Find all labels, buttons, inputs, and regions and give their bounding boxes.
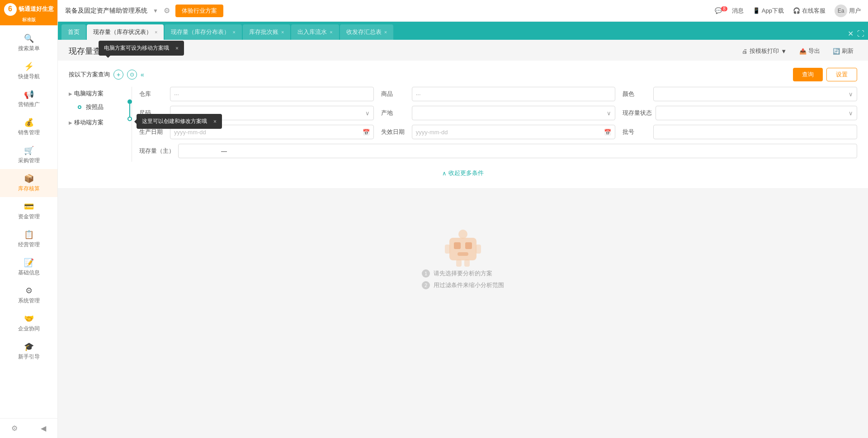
sidebar-item-system[interactable]: ⚙ 系统管理 [0,281,57,309]
warehouse-dots: ··· [174,91,179,98]
app-download-btn[interactable]: 📱 App下载 [753,7,784,15]
app-icon: 📱 [753,7,760,14]
dot-line [129,104,130,117]
messages-btn[interactable]: 💬 8 消息 [715,7,744,15]
plan-mobile-item[interactable]: ▶ 移动端方案 [69,116,128,129]
tab-inventory-batch-label: 库存批次账 [249,28,278,36]
sidebar-item-purchase[interactable]: 🛒 采购管理 [0,141,57,169]
tab-close-3[interactable]: × [281,29,284,35]
nav-label-nav: 快捷导航 [18,73,40,80]
support-btn[interactable]: 🎧 在线客服 [793,7,826,15]
sidebar-item-operations[interactable]: 📋 经营管理 [0,225,57,253]
tab-collect-summary-label: 收发存汇总表 [346,28,382,36]
filter-add-btn[interactable]: + [113,70,123,80]
nav-icon-guide: 🎓 [24,342,34,352]
tooltip1-close[interactable]: × [175,45,179,52]
tab-inventory-batch[interactable]: 库存批次账 × [243,24,290,40]
template-print-btn[interactable]: 🖨 按模板打印 ▼ [738,45,790,57]
set-btn[interactable]: 设置 [826,68,857,81]
goods-select[interactable]: ··· [412,87,616,101]
step1-num: 1 [422,269,430,278]
collapse-btn[interactable]: ∧ 收起更多条件 [69,165,857,181]
sidebar-item-sales[interactable]: 💰 销售管理 [0,113,57,141]
stock-qty-max[interactable] [230,148,266,155]
origin-arrow: ∨ [607,110,611,117]
nav-icon-system: ⚙ [25,286,33,296]
print-icon: 🖨 [742,48,748,55]
system-name: 装备及固定资产辅助管理系统 [65,7,147,15]
logo-area: 6 畅通道好生意 标准版 [0,0,57,25]
filter-row-3: 生产日期 yyyy-mm-dd 📅 失效日期 yyyy-mm-dd 📅 [139,125,857,139]
nav-icon-search: 🔍 [24,33,34,43]
tab-inventory-dist[interactable]: 现存量（库存分布表） × [165,24,241,40]
tab-home[interactable]: 首页 [61,24,86,40]
sidebar-item-enterprise[interactable]: 🤝 企业协同 [0,309,57,337]
main-area: 装备及固定资产辅助管理系统 ▼ ⚙ 体验行业方案 💬 8 消息 📱 App下载 … [58,0,868,438]
topbar-gear-icon[interactable]: ⚙ [164,6,170,15]
empty-step-1: 1 请先选择要分析的方案 [422,269,504,278]
sidebar-item-finance[interactable]: 💳 资金管理 [0,197,57,225]
step2-num: 2 [422,281,430,289]
filter-back-btn[interactable]: « [141,71,144,78]
topbar: 装备及固定资产辅助管理系统 ▼ ⚙ 体验行业方案 💬 8 消息 📱 App下载 … [58,0,868,22]
plan-expand-icon: ▶ [69,91,72,96]
tab-collect-summary[interactable]: 收发存汇总表 × [340,24,393,40]
stock-status-select[interactable]: ∨ [656,106,857,120]
collapse-icon[interactable]: ◀ [41,424,46,433]
tab-close-4[interactable]: × [330,29,332,35]
produce-date-label: 生产日期 [139,128,166,136]
sidebar-item-guide[interactable]: 🎓 新手引导 [0,337,57,365]
filter-copy-btn[interactable]: ⊙ [127,70,137,80]
collapse-arrow-icon: ∧ [442,170,447,177]
plan-sub-label: 按照品 [86,103,104,111]
origin-select[interactable]: ∨ [412,106,616,120]
tabs-expand-icon[interactable]: ⛶ [857,30,864,38]
nav-icon-operations: 📋 [24,230,34,240]
support-label: 在线客服 [802,7,826,15]
nav-label-marketing: 营销推广 [18,101,40,108]
tab-inventory-status[interactable]: 现存量（库存状况表） × [87,24,164,40]
filter-header-text: 按以下方案查询 [69,71,110,79]
svg-rect-7 [464,259,470,267]
step1-text: 请先选择要分析的方案 [434,269,492,278]
query-btn[interactable]: 查询 [793,68,823,81]
settings-icon[interactable]: ⚙ [11,424,18,433]
tab-close-5[interactable]: × [384,29,387,35]
color-label: 颜色 [623,90,650,98]
user-label: 用户 [849,7,861,15]
color-select[interactable]: ∨ [653,87,857,101]
svg-rect-6 [456,259,462,267]
expire-date-input[interactable]: yyyy-mm-dd 📅 [412,125,616,139]
plan-sub-item[interactable]: 按照品 [69,100,128,114]
stock-status-label: 现存量状态 [623,109,652,117]
tab-close-1[interactable]: × [155,29,157,35]
sidebar-item-basic[interactable]: 📝 基础信息 [0,253,57,281]
tabs-close-all-icon[interactable]: ✕ [848,29,854,38]
sidebar-item-nav[interactable]: ⚡ 快捷导航 [0,57,57,85]
plan-desktop-item[interactable]: ▶ 电脑端方案 [69,87,128,100]
warehouse-select[interactable]: ··· [170,87,374,101]
stock-qty-range[interactable]: — [178,144,857,158]
warehouse-label: 仓库 [139,90,166,98]
industry-button[interactable]: 体验行业方案 [175,5,223,17]
stock-qty-min[interactable] [182,148,218,155]
tooltip2-close[interactable]: × [213,118,217,125]
nav-icon-purchase: 🛒 [24,146,34,155]
tab-close-2[interactable]: × [232,29,235,35]
color-arrow: ∨ [849,91,853,98]
sidebar-item-marketing[interactable]: 📢 营销推广 [0,85,57,113]
plan-selected-dot [78,105,81,109]
topbar-arrow-icon: ▼ [153,8,158,14]
sidebar-item-inventory[interactable]: 📦 库存核算 [0,169,57,197]
sidebar-item-search[interactable]: 🔍 搜索菜单 [0,29,57,57]
export-btn[interactable]: 📤 导出 [796,45,824,57]
nav-icon-finance: 💳 [24,202,34,212]
expire-date-calendar-icon: 📅 [604,129,611,136]
nav-label-search: 搜索菜单 [18,45,40,52]
user-btn[interactable]: Ea 用户 [835,5,861,17]
batch-no-input[interactable] [653,125,857,139]
refresh-btn[interactable]: 🔄 刷新 [829,45,857,57]
tab-in-out-flow[interactable]: 出入库流水 × [291,24,339,40]
filter-row-1: 仓库 ··· 商品 ··· 颜色 [139,87,857,101]
produce-date-placeholder: yyyy-mm-dd [174,129,206,136]
